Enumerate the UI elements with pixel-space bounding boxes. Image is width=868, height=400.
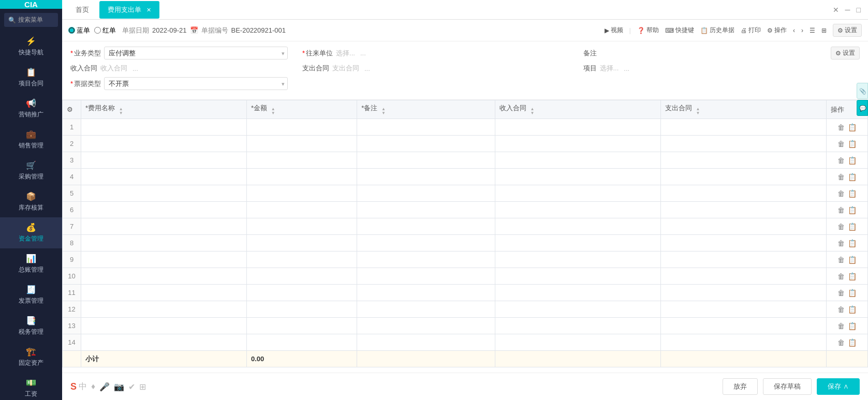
row-delete-icon[interactable]: 🗑 [837, 338, 845, 347]
row-copy-icon[interactable]: 📋 [848, 338, 857, 347]
row-delete-icon[interactable]: 🗑 [837, 140, 845, 148]
sidebar-item-salary[interactable]: 💵 工资 [0, 373, 62, 400]
sidebar: CIA 🔍 搜索菜单 ⚡ 快捷导航 📋 项目合同 📢 营销推广 💼 销售管理 🛒… [0, 0, 62, 400]
sidebar-item-sales[interactable]: 💼 销售管理 [0, 124, 62, 155]
discard-button[interactable]: 放弃 [723, 378, 758, 395]
row-copy-icon[interactable]: 📋 [848, 156, 857, 165]
footer-icon-check[interactable]: ✔ [128, 382, 135, 392]
radio-blue-label[interactable]: 蓝单 [68, 26, 90, 35]
counterpart-field: 往来单位 选择... ... [302, 49, 579, 58]
sort-arrows-note[interactable]: ▲▼ [381, 107, 386, 115]
row-copy-icon[interactable]: 📋 [848, 239, 857, 247]
view-grid-btn[interactable]: ⊞ [821, 27, 827, 34]
save-draft-button[interactable]: 保存草稿 [763, 378, 812, 395]
nav-next-btn[interactable]: › [801, 27, 803, 34]
row-copy-icon[interactable]: 📋 [848, 189, 857, 198]
footer-icon-grid[interactable]: ⊞ [139, 382, 146, 392]
row-copy-icon[interactable]: 📋 [848, 223, 857, 231]
sidebar-item-inventory[interactable]: 📦 库存核算 [0, 186, 62, 217]
row-copy-icon[interactable]: 📋 [848, 256, 857, 264]
row-delete-icon[interactable]: 🗑 [837, 223, 845, 231]
row-delete-icon[interactable]: 🗑 [837, 239, 845, 247]
footer-icon-mic[interactable]: 🎤 [99, 382, 110, 392]
salary-icon: 💵 [26, 378, 36, 388]
nav-prev-btn[interactable]: ‹ [793, 27, 795, 34]
sidebar-search-button[interactable]: 🔍 搜索菜单 [4, 13, 58, 27]
radio-red-input[interactable] [94, 27, 101, 34]
window-maximize-btn[interactable]: □ [855, 5, 863, 15]
sort-arrows-income[interactable]: ▲▼ [531, 107, 535, 115]
footer-icon-camera[interactable]: 📷 [114, 382, 124, 392]
counterpart-dots[interactable]: ... [360, 49, 366, 57]
video-btn[interactable]: ▶ 视频 [605, 26, 623, 35]
tab-home[interactable]: 首页 [67, 1, 97, 19]
radio-red-label[interactable]: 红单 [94, 26, 116, 35]
sidebar-item-accounting[interactable]: 📊 总账管理 [0, 248, 62, 279]
row-delete-icon[interactable]: 🗑 [837, 289, 845, 297]
sort-arrows-name[interactable]: ▲▼ [119, 107, 123, 115]
expense-contract-dots[interactable]: ... [364, 65, 370, 72]
col-header-amount[interactable]: *金额 ▲▼ [247, 100, 357, 119]
row-delete-icon[interactable]: 🗑 [837, 156, 845, 165]
settings-icon[interactable]: ⚙ [67, 106, 73, 113]
help-btn[interactable]: ❓ 帮助 [637, 26, 659, 35]
print-btn[interactable]: 🖨 打印 [741, 26, 761, 35]
income-contract-dots[interactable]: ... [133, 65, 138, 72]
row-delete-icon[interactable]: 🗑 [837, 256, 845, 264]
col-header-icon[interactable]: ⚙ [63, 100, 81, 119]
row-delete-icon[interactable]: 🗑 [837, 123, 845, 131]
view-list-btn[interactable]: ☰ [810, 27, 815, 34]
sidebar-item-purchase[interactable]: 🛒 采购管理 [0, 155, 62, 186]
row-copy-icon[interactable]: 📋 [848, 206, 857, 214]
sidebar-item-fund[interactable]: 💰 资金管理 [0, 217, 62, 248]
row-copy-icon[interactable]: 📋 [848, 123, 857, 131]
window-minimize-btn[interactable]: ─ [843, 5, 852, 15]
row-delete-icon[interactable]: 🗑 [837, 189, 845, 198]
col-header-expense[interactable]: 支出合同 ▲▼ [660, 100, 826, 119]
sidebar-item-project-contract[interactable]: 📋 项目合同 [0, 62, 62, 93]
row-delete-icon[interactable]: 🗑 [837, 206, 845, 214]
col-header-income[interactable]: 收入合同 ▲▼ [495, 100, 660, 119]
income-contract-field: 收入合同 收入合同 ... [70, 64, 288, 73]
history-btn[interactable]: 📋 历史单据 [700, 26, 734, 35]
footer-icon-diamond[interactable]: ♦ [91, 382, 95, 391]
note-settings-btn[interactable]: ⚙ 设置 [831, 47, 860, 60]
side-btn-1[interactable]: 📎 [857, 83, 868, 99]
sidebar-item-marketing[interactable]: 📢 营销推广 [0, 93, 62, 124]
sort-arrows-expense[interactable]: ▲▼ [696, 107, 700, 115]
history-icon: 📋 [700, 27, 708, 34]
row-copy-icon[interactable]: 📋 [848, 305, 857, 314]
project-contract-icon: 📋 [26, 67, 36, 77]
tab-expense-bill[interactable]: 费用支出单 ✕ [99, 1, 159, 19]
sort-arrows-amount[interactable]: ▲▼ [271, 107, 275, 115]
row-delete-icon[interactable]: 🗑 [837, 305, 845, 314]
business-type-select[interactable]: 应付调整 [104, 47, 288, 60]
settings-btn[interactable]: ⚙ 设置 [833, 24, 862, 37]
save-button[interactable]: 保存 ∧ [817, 378, 860, 395]
form-row-1: 业务类型 应付调整 往来单位 选择... ... 备注 ⚙ [70, 47, 860, 60]
row-copy-icon[interactable]: 📋 [848, 272, 857, 280]
col-header-name[interactable]: *费用名称 ▲▼ [81, 100, 247, 119]
footer-icon-zhong[interactable]: 中 [79, 381, 87, 392]
sidebar-item-invoice[interactable]: 🧾 发票管理 [0, 279, 62, 310]
side-btn-2[interactable]: 💬 [857, 100, 868, 116]
sidebar-item-quick-nav[interactable]: ⚡ 快捷导航 [0, 31, 62, 62]
row-delete-icon[interactable]: 🗑 [837, 173, 845, 181]
row-copy-icon[interactable]: 📋 [848, 289, 857, 297]
operate-btn[interactable]: ⚙ 操作 [767, 26, 787, 35]
row-delete-icon[interactable]: 🗑 [837, 272, 845, 280]
row-copy-icon[interactable]: 📋 [848, 322, 857, 330]
tab-close-btn[interactable]: ✕ [146, 7, 151, 13]
col-header-note[interactable]: *备注 ▲▼ [357, 100, 495, 119]
row-copy-icon[interactable]: 📋 [848, 173, 857, 181]
radio-blue-input[interactable] [68, 27, 75, 34]
calendar-icon[interactable]: 📅 [190, 26, 198, 34]
project-dots[interactable]: ... [624, 65, 629, 72]
sidebar-item-fixed-assets[interactable]: 🏗️ 固定资产 [0, 342, 62, 373]
row-delete-icon[interactable]: 🗑 [837, 322, 845, 330]
sidebar-item-tax[interactable]: 📑 税务管理 [0, 310, 62, 342]
shortcut-btn[interactable]: ⌨ 快捷键 [665, 26, 694, 35]
row-copy-icon[interactable]: 📋 [848, 140, 857, 148]
window-close-btn[interactable]: ✕ [831, 5, 841, 15]
invoice-type-select[interactable]: 不开票 [104, 77, 288, 90]
